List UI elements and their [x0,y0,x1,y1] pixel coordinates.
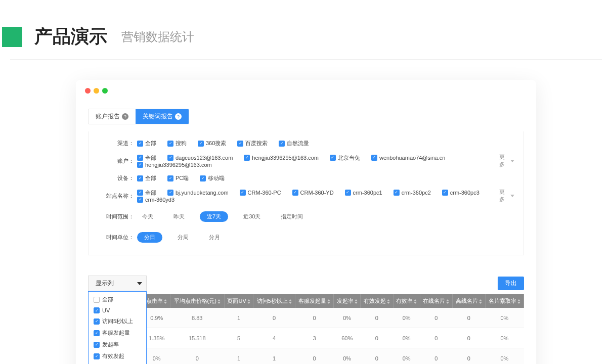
checkbox-item[interactable]: ✓crm-360yd3 [137,197,174,203]
sort-icon[interactable] [355,299,358,304]
column-option[interactable]: ✓发起率 [89,339,146,350]
checkbox-item[interactable]: ✓全部 [137,154,156,162]
column-option[interactable]: ✓有效率 [89,362,146,364]
checkbox-label: wenbohuamao74@sina.cn [379,155,445,161]
checkbox-item[interactable]: ✓CRM-360-YD [292,189,334,197]
checkbox-item[interactable]: ✓全部 [137,189,156,197]
sort-icon[interactable] [387,299,390,304]
table-header-cell[interactable]: 页面UV [224,294,253,308]
time-option[interactable]: 分月 [204,232,225,243]
table-cell: 0 [170,348,224,365]
sort-icon[interactable] [327,299,330,304]
maximize-icon [102,88,108,94]
time-option[interactable]: 昨天 [168,211,190,222]
checkbox-icon: ✓ [330,155,336,161]
header-label: 发起率 [337,298,354,304]
header-label: 有效发起 [364,298,386,304]
time-option[interactable]: 指定时间 [276,211,308,222]
column-option[interactable]: ✓有效发起 [89,350,146,362]
sort-icon[interactable] [517,299,520,304]
export-label: 导出 [505,280,517,287]
checkbox-icon: ✓ [240,190,246,196]
table-header-cell[interactable]: 客服发起量 [295,294,334,308]
checkbox-item[interactable]: ✓搜狗 [167,140,187,147]
caret-down-icon [137,282,142,285]
data-table-wrap: 账户消费点击率平均点击价格(元)页面UV访问5秒以上客服发起量发起率有效发起有效… [88,294,524,364]
table-header-cell[interactable]: 点击率 [143,294,170,308]
checkbox-item[interactable]: ✓北京当兔 [330,154,360,162]
sort-icon[interactable] [164,299,167,304]
table-cell: 0% [393,328,420,348]
tab-keyword-report[interactable]: 关键词报告 ? [136,109,189,124]
filter-label: 账户： [98,157,134,165]
table-row: bj-云朵课堂1.35%15.51854360%00%000% [88,328,524,348]
sort-icon[interactable] [414,299,417,304]
checkbox-item[interactable]: ✓全部 [137,140,156,147]
time-option[interactable]: 分日 [137,232,162,243]
tab-account-report[interactable]: 账户报告 ? [89,109,136,124]
checkbox-item[interactable]: ✓移动端 [200,174,225,182]
time-option[interactable]: 今天 [137,211,158,222]
column-option[interactable]: ✓UV [89,305,146,315]
header-label: 名片索取率 [489,298,516,304]
table-header-cell[interactable]: 有效率 [393,294,420,308]
checkbox-label: CRM-360-PC [248,190,281,196]
time-option[interactable]: 分周 [172,232,194,243]
more-link[interactable]: 更多 [499,188,514,203]
column-option[interactable]: ✓访问5秒以上 [89,315,146,327]
checkbox-item[interactable]: ✓自然流量 [279,140,309,147]
sort-icon[interactable] [217,299,221,304]
filter-label: 站点名称： [98,192,134,200]
checkbox-icon: ✓ [94,330,100,336]
checkbox-item[interactable]: ✓360搜索 [198,140,226,147]
tab-label: 关键词报告 [143,112,173,121]
checkbox-item[interactable]: ✓dagcuos123@163.com [167,154,233,162]
table-cell: 0 [253,308,295,328]
more-link[interactable]: 更多 [499,153,514,168]
help-icon[interactable]: ? [122,113,128,120]
column-option[interactable]: ✓客服发起量 [89,327,146,339]
table-cell: 0 [453,328,486,348]
checkbox-icon: ✓ [137,155,143,161]
checkbox-label: 全部 [145,174,156,182]
checkbox-label: crm-360pc3 [450,190,479,196]
header-label: 离线名片 [456,298,478,304]
checkbox-item[interactable]: ✓wenbohuamao74@sina.cn [371,154,445,162]
table-cell: 0 [361,348,394,365]
checkbox-item[interactable]: ✓crm-360pc2 [394,189,431,197]
accent-bar [2,27,22,47]
checkbox-item[interactable]: ✓bj.yunduoketang.com [167,189,229,197]
column-option-label: 访问5秒以上 [102,317,133,325]
table-header-cell[interactable]: 访问5秒以上 [253,294,295,308]
column-option[interactable]: 全部 [89,294,146,305]
checkbox-item[interactable]: ✓hengjiu3396295@163.com [137,162,212,168]
time-option[interactable]: 近30天 [238,211,266,222]
sort-icon[interactable] [289,299,292,304]
checkbox-item[interactable]: ✓crm-360pc3 [442,189,479,197]
time-option[interactable]: 近7天 [200,211,228,222]
checkbox-item[interactable]: ✓PC端 [167,174,189,182]
show-columns-button[interactable]: 显示列 [88,276,147,291]
table-cell: 0% [485,308,523,328]
sort-icon[interactable] [479,299,482,304]
export-button[interactable]: 导出 [498,277,524,290]
table-cell: 0% [334,308,361,328]
checkbox-label: PC端 [176,174,189,182]
table-header-cell[interactable]: 名片索取率 [485,294,523,308]
table-header-cell[interactable]: 发起率 [334,294,361,308]
checkbox-item[interactable]: ✓hengjiu3396295@163.com [244,154,319,162]
checkbox-item[interactable]: ✓百度搜索 [237,140,268,147]
page-title-main: 产品演示 [34,24,107,49]
checkbox-item[interactable]: ✓crm-360pc1 [345,189,382,197]
table-header-cell[interactable]: 离线名片 [453,294,486,308]
sort-icon[interactable] [247,299,250,304]
sort-icon[interactable] [446,299,449,304]
checkbox-item[interactable]: ✓CRM-360-PC [240,189,281,197]
table-header-cell[interactable]: 平均点击价格(元) [170,294,224,308]
help-icon[interactable]: ? [175,113,182,120]
checkbox-item[interactable]: ✓全部 [137,174,156,182]
table-cell: 0 [453,348,486,365]
checkbox-icon: ✓ [198,141,204,147]
table-header-cell[interactable]: 有效发起 [361,294,394,308]
table-header-cell[interactable]: 在线名片 [420,294,453,308]
